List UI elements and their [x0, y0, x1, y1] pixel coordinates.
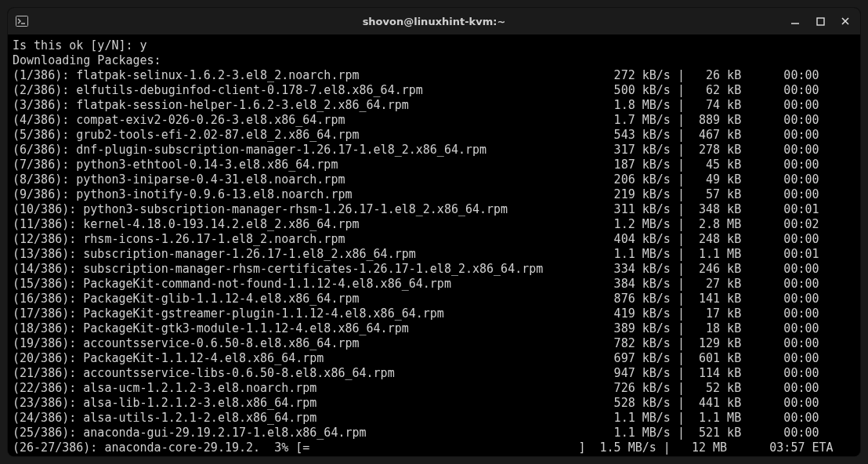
window-controls — [788, 14, 852, 28]
terminal-window: shovon@linuxhint-kvm:~ Is this ok [y/N]:… — [8, 8, 860, 456]
svg-rect-3 — [817, 18, 824, 25]
minimize-icon — [790, 16, 800, 26]
minimize-button[interactable] — [788, 14, 802, 28]
close-icon — [841, 16, 850, 26]
titlebar: shovon@linuxhint-kvm:~ — [8, 8, 860, 35]
close-button[interactable] — [838, 14, 852, 28]
window-title: shovon@linuxhint-kvm:~ — [8, 16, 860, 27]
svg-rect-0 — [16, 16, 28, 27]
terminal-icon — [14, 13, 30, 29]
terminal-output[interactable]: Is this ok [y/N]: y Downloading Packages… — [8, 35, 860, 456]
maximize-button[interactable] — [813, 14, 827, 28]
maximize-icon — [816, 17, 825, 26]
